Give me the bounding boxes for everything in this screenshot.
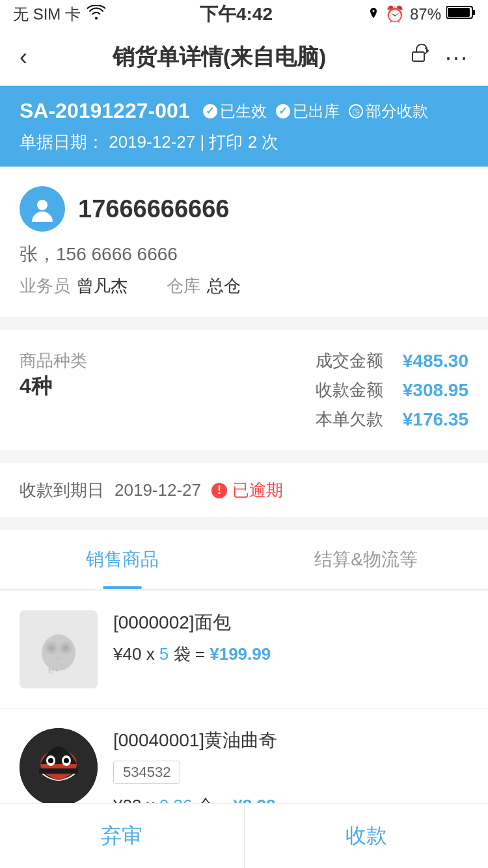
- date-value: 2019-12-27: [109, 132, 195, 152]
- products-section: 野+ [0000002]面包 ¥40 x 5 袋 = ¥199.99: [0, 591, 488, 837]
- nav-actions: ···: [411, 44, 468, 71]
- badge-shipped: ✓ 已出库: [276, 101, 340, 122]
- order-id: SA-20191227-001: [20, 99, 190, 123]
- page-title: 销货单详情(来自电脑): [113, 42, 327, 72]
- order-date: 单据日期： 2019-12-27 | 打印 2 次: [20, 131, 468, 154]
- product-name-2: [00040001]黄油曲奇: [113, 728, 468, 753]
- product-name-1: [0000002]面包: [113, 610, 468, 635]
- nav-bar: ‹ 销货单详情(来自电脑) ···: [0, 29, 488, 86]
- product-kinds-value: 4种: [20, 372, 87, 401]
- back-button[interactable]: ‹: [20, 44, 27, 71]
- status-right: ⏰ 87%: [367, 5, 475, 23]
- received-row: 收款金额 ¥308.95: [316, 379, 468, 401]
- deal-amount: ¥485.30: [403, 351, 468, 372]
- battery-text: 87%: [410, 5, 441, 23]
- status-left: 无 SIM 卡: [13, 4, 105, 25]
- svg-point-18: [48, 758, 53, 763]
- product-price-1: ¥40 x 5 袋 = ¥199.99: [113, 643, 468, 666]
- check-icon-1: ✓: [203, 104, 217, 118]
- owed-amount: ¥176.35: [403, 409, 468, 430]
- bottom-bar: 弃审 收款: [0, 803, 488, 868]
- status-time: 下午4:42: [200, 2, 273, 27]
- svg-point-10: [49, 646, 53, 650]
- location-icon: [367, 5, 380, 23]
- print-count: 2: [248, 132, 257, 152]
- product-info-1: [0000002]面包 ¥40 x 5 袋 = ¥199.99: [113, 610, 468, 666]
- customer-meta: 业务员 曾凡杰 仓库 总仓: [20, 275, 468, 297]
- received-amount: ¥308.95: [403, 380, 468, 401]
- svg-text:野+: 野+: [48, 667, 59, 674]
- overdue-text: 已逾期: [232, 479, 283, 502]
- tabs-section: 销售商品 结算&物流等: [0, 530, 488, 590]
- tab-settlement[interactable]: 结算&物流等: [244, 530, 488, 589]
- customer-id: 17666666666: [78, 195, 229, 223]
- tabs-container: 销售商品 结算&物流等: [0, 530, 488, 590]
- status-badges: ✓ 已生效 ✓ 已出库 ◷ 部分收款: [203, 101, 428, 122]
- battery-icon: [446, 5, 475, 23]
- warehouse: 仓库 总仓: [167, 275, 241, 297]
- summary-section: 商品种类 4种 成交金额 ¥485.30 收款金额 ¥308.95 本单欠款 ¥…: [0, 330, 488, 450]
- product-tag-2: 534532: [113, 761, 180, 784]
- badge-partial-payment: ◷ 部分收款: [349, 101, 428, 122]
- svg-point-4: [37, 200, 47, 210]
- tab-sales-products[interactable]: 销售商品: [0, 530, 244, 589]
- product-total-1: ¥199.99: [210, 644, 271, 664]
- product-kinds: 商品种类 4种: [20, 349, 87, 401]
- sales-person-value: 曾凡杰: [77, 275, 128, 297]
- customer-section: 17666666666 张，156 6666 6666 业务员 曾凡杰 仓库 总…: [0, 167, 488, 317]
- warehouse-value: 总仓: [207, 275, 241, 297]
- due-section: 收款到期日 2019-12-27 ! 已逾期: [0, 463, 488, 517]
- product-item: 野+ [0000002]面包 ¥40 x 5 袋 = ¥199.99: [0, 591, 488, 709]
- due-date: 2019-12-27: [115, 480, 201, 500]
- svg-point-11: [64, 646, 68, 650]
- overdue-badge: ! 已逾期: [211, 479, 283, 502]
- svg-rect-2: [448, 8, 470, 17]
- wifi-icon: [87, 5, 105, 23]
- cancel-button[interactable]: 弃审: [0, 804, 244, 868]
- product-image-2: [20, 728, 98, 806]
- svg-rect-3: [413, 52, 424, 61]
- carrier-text: 无 SIM 卡: [13, 4, 81, 25]
- check-icon-2: ✓: [276, 104, 290, 118]
- svg-point-19: [64, 758, 69, 763]
- order-header: SA-20191227-001 ✓ 已生效 ✓ 已出库 ◷ 部分收款 单据日期：…: [0, 86, 488, 167]
- svg-rect-1: [472, 10, 475, 15]
- alarm-icon: ⏰: [385, 5, 405, 23]
- customer-phone: 张，156 6666 6666: [20, 242, 468, 267]
- share-icon[interactable]: [411, 44, 432, 70]
- more-icon[interactable]: ···: [445, 44, 468, 71]
- status-bar: 无 SIM 卡 下午4:42 ⏰ 87%: [0, 0, 488, 29]
- owed-row: 本单欠款 ¥176.35: [316, 408, 468, 431]
- deal-amount-row: 成交金额 ¥485.30: [316, 349, 468, 372]
- avatar: [20, 186, 65, 232]
- overdue-icon: !: [211, 483, 227, 498]
- product-image-1: 野+: [20, 610, 98, 688]
- product-qty-1: 5: [159, 644, 169, 664]
- amount-summary: 成交金额 ¥485.30 收款金额 ¥308.95 本单欠款 ¥176.35: [316, 349, 468, 431]
- sales-person: 业务员 曾凡杰: [20, 275, 128, 297]
- clock-icon: ◷: [349, 104, 363, 118]
- svg-rect-20: [39, 768, 78, 774]
- confirm-button[interactable]: 收款: [244, 804, 489, 868]
- badge-activated: ✓ 已生效: [203, 101, 267, 122]
